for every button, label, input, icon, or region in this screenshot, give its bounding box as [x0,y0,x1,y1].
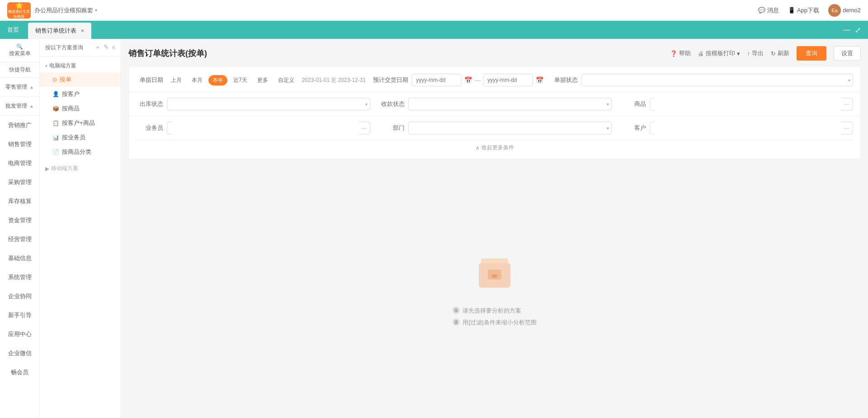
date-btn-custom[interactable]: 自定义 [274,75,298,86]
settings-button[interactable]: 设置 [834,46,861,61]
filter-row-3: 业务员 ··· 部门 ▾ [136,122,853,134]
collapse-icon: ∧ [476,145,480,151]
help-label: 帮助 [679,49,691,57]
sidebar-item-basic[interactable]: 基础信息 [0,249,39,268]
sidebar-item-marketing[interactable]: 营销推广 [0,116,39,135]
message-button[interactable]: 💬 消息 [758,6,779,14]
print-icon: 🖨 [698,50,704,57]
date-btn-this-year[interactable]: 本年 [208,75,227,86]
tab-sales-order-stats[interactable]: 销售订单统计表 × [28,23,91,39]
empty-tip-1: ① 请先选择要分析的方案 [453,307,536,315]
sidebar-wholesale-label: 批发管理 [5,102,27,110]
sidebar-item-wechat[interactable]: 企业微信 [0,344,39,363]
sidebar-quick-nav[interactable]: 快捷导航 [0,62,39,78]
filter-payment-col: 收款状态 ▾ [377,98,612,110]
sidebar-item-purchase[interactable]: 采购管理 [0,173,39,192]
sidebar-item-operations[interactable]: 经营管理 [0,230,39,249]
sidebar-item-wholesale[interactable]: 批发管理 ▲ [0,97,39,115]
sidebar-section-retail: 零售管理 ▲ [0,78,39,97]
filter-customer-input[interactable] [654,122,842,134]
print-button[interactable]: 🖨 按模板打印 ▾ [698,49,740,57]
filter-delivery-col: 出库状态 ▾ [136,98,370,110]
empty-tip-2: ② 用[过滤]条件来缩小分析范围 [453,318,536,327]
filter-customer-label: 客户 [619,124,646,132]
chevron-icon: ▲ [29,104,34,109]
filter-panel: 单据日期 上月 本月 本年 近7天 更多 自定义 2023-01-01 至 20… [128,66,861,159]
customer-more-icon[interactable]: ··· [844,124,849,132]
sidebar-item-appcenter[interactable]: 应用中心 [0,325,39,344]
app-selector[interactable]: 办公用品行业模拟账套 ▾ [34,6,97,14]
collapse-scheme-button[interactable]: « [112,43,115,52]
salesman-more-icon[interactable]: ··· [361,124,366,132]
scheme-item-product-label: 按商品 [62,104,80,113]
date-btn-last7[interactable]: 近7天 [229,75,251,86]
tab-maximize-icon[interactable]: ⤢ [855,26,861,34]
filter-department-select[interactable] [408,122,612,134]
sidebar-item-member[interactable]: 畅会员 [0,363,39,382]
calendar-icon-2[interactable]: 📅 [536,76,543,84]
edit-scheme-button[interactable]: ✎ [104,43,109,52]
top-bar-left: 🌟 畅捷通好生意 标账版 办公用品行业模拟账套 ▾ [7,2,97,19]
scheme-item-product[interactable]: 📦 按商品 [40,101,121,116]
logo-text: 畅捷通好生意 [8,10,30,14]
add-scheme-button[interactable]: ＋ [94,43,101,52]
filter-product-label: 商品 [619,100,646,108]
sidebar-item-inventory[interactable]: 库存核算 [0,192,39,211]
tab-home[interactable]: 首页 [0,21,26,39]
filter-row-1: 单据日期 上月 本月 本年 近7天 更多 自定义 2023-01-01 至 20… [136,74,853,86]
filter-product-input[interactable] [654,98,842,110]
sidebar-item-retail[interactable]: 零售管理 ▲ [0,78,39,96]
filter-delivery-wrap: ▾ [167,98,370,110]
filter-status-select[interactable] [581,74,853,86]
sidebar-item-newbie[interactable]: 新手引导 [0,306,39,325]
filter-payment-wrap: ▾ [408,98,612,110]
refresh-button[interactable]: ↻ 刷新 [771,49,789,57]
calendar-icon[interactable]: 📅 [464,76,472,84]
tip-num-2: ② [453,318,460,326]
mobile-expand-icon: ▶ [45,166,49,172]
sidebar-item-collab[interactable]: 企业协同 [0,287,39,306]
scheme-header-label: 按以下方案查询 [45,44,83,52]
sidebar-item-system[interactable]: 系统管理 [0,268,39,287]
date-btn-more[interactable]: 更多 [253,75,272,86]
filter-date-col: 单据日期 上月 本月 本年 近7天 更多 自定义 2023-01-01 至 20… [136,75,366,86]
filter-date-range-text: 2023-01-01 至 2023-12-31 [302,76,366,84]
filter-delivery-select[interactable] [167,98,370,110]
expected-date-start-input[interactable] [412,74,462,86]
filter-salesman-input[interactable] [171,122,359,134]
date-btn-this-month[interactable]: 本月 [188,75,207,86]
scheme-item-single[interactable]: ⊙ 按单 [40,72,121,87]
filter-payment-select[interactable] [408,98,612,110]
scheme-group-pc-header[interactable]: ▾ 电脑端方案 [40,59,121,72]
scheme-item-cust-prod[interactable]: 📋 按客户+商品 [40,116,121,130]
sidebar-item-finance[interactable]: 资金管理 [0,211,39,230]
help-button[interactable]: ❓ 帮助 [670,49,691,57]
tab-home-label: 首页 [7,26,19,34]
tab-minimize-icon[interactable]: — [843,26,850,34]
sidebar-item-ecommerce[interactable]: 电商管理 [0,154,39,173]
tip-num-1: ① [453,307,460,314]
download-button[interactable]: 📱 App下载 [788,6,819,14]
sidebar-item-sales[interactable]: 销售管理 [0,135,39,154]
scheme-item-salesman[interactable]: 📊 按业务员 [40,130,121,145]
expected-date-end-input[interactable] [483,74,533,86]
date-btn-last-month[interactable]: 上月 [167,75,186,86]
scheme-item-customer[interactable]: 👤 按客户 [40,87,121,101]
product-more-icon[interactable]: ··· [844,100,849,108]
empty-box-container [472,252,517,294]
export-button[interactable]: ↑ 导出 [747,49,764,57]
download-label: App下载 [797,6,819,14]
scheme-item-prodcat[interactable]: 📄 按商品分类 [40,145,121,159]
group-expand-icon: ▾ [45,63,47,68]
empty-tips: ① 请先选择要分析的方案 ② 用[过滤]条件来缩小分析范围 [453,307,536,330]
chevron-icon: ▲ [29,85,34,90]
sidebar-search[interactable]: 🔍 搜索菜单 [0,39,39,62]
collapse-button[interactable]: ∧ 收起更多条件 [476,144,514,152]
query-button[interactable]: 查询 [797,46,826,61]
tab-close-icon[interactable]: × [81,28,84,34]
scheme-product-icon: 📦 [52,105,59,112]
empty-box-svg [472,252,517,292]
user-menu[interactable]: Ea demo2 [828,4,861,17]
scheme-mobile-group[interactable]: ▶ 移动端方案 [40,162,121,175]
main-area: 🔍 搜索菜单 快捷导航 零售管理 ▲ 批发管理 ▲ 营销推广 [0,39,868,418]
